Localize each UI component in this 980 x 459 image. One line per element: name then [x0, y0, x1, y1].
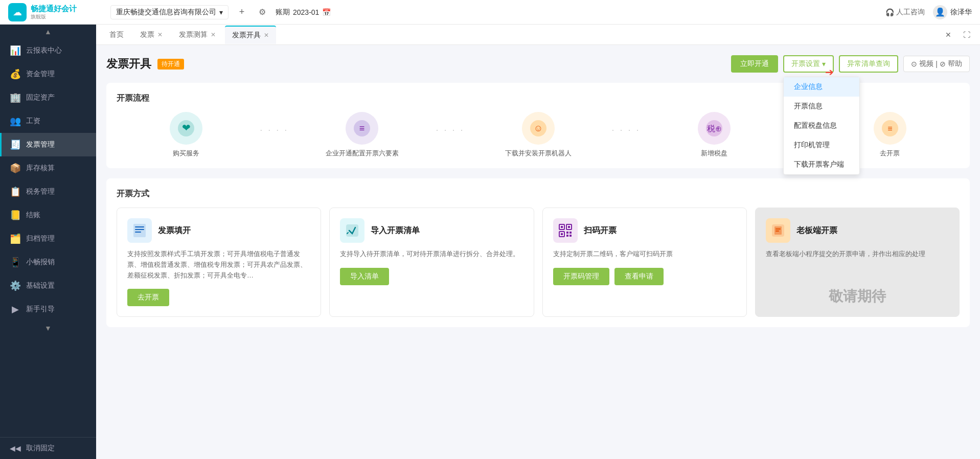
- headphone-icon: 🎧: [885, 8, 894, 16]
- sidebar-item-xinshou[interactable]: ▶ 新手引导: [0, 297, 96, 321]
- tab-fapiao[interactable]: 发票 ✕: [133, 26, 170, 43]
- dropdown-item-printer[interactable]: 打印机管理: [784, 135, 859, 155]
- boss-overlay-text: 敬请期待: [829, 288, 886, 304]
- xiaochang-icon: 📱: [10, 257, 21, 268]
- dropdown-arrow-container: ➔: [825, 66, 834, 78]
- method-scan-icon: [553, 218, 578, 243]
- tab-close-button[interactable]: ✕: [941, 28, 955, 42]
- sidebar-item-gudingzichan[interactable]: 🏢 固定资产: [0, 86, 96, 109]
- sidebar-scroll-up[interactable]: ▲: [0, 25, 96, 39]
- flow-connector-2: · · · ·: [431, 125, 468, 135]
- scan-code-manage-button[interactable]: 开票码管理: [553, 268, 609, 285]
- tab-bar: 首页 发票 ✕ 发票测算 ✕ 发票开具 ✕ ✕ ⛶: [96, 25, 980, 45]
- method-boss-title: 老板端开票: [796, 225, 837, 236]
- sidebar-item-zijin[interactable]: 💰 资金管理: [0, 62, 96, 86]
- flow-step-3: ☺ 下载并安装开票机器人: [468, 112, 607, 158]
- company-dropdown-icon: ▾: [219, 8, 223, 16]
- svg-rect-19: [568, 226, 570, 228]
- gudingzichan-icon: 🏢: [10, 92, 21, 103]
- sidebar: ▲ 📊 云报表中心 💰 资金管理 🏢 固定资产 👥 工资 🧾 发票管理: [0, 25, 96, 459]
- jichushezhi-icon: ⚙️: [10, 280, 21, 291]
- sidebar-item-gongzi[interactable]: 👥 工资: [0, 109, 96, 133]
- sidebar-item-guidang[interactable]: 🗂️ 归档管理: [0, 227, 96, 250]
- flow-step-4: 税⊕ 新增税盘: [645, 112, 784, 158]
- pipe-separator: |: [936, 60, 938, 68]
- dropdown-item-tax-disk[interactable]: 配置税盘信息: [784, 116, 859, 135]
- method-import-desc: 支持导入待开票清单，可对待开票清单进行拆分、合并处理。: [340, 249, 523, 260]
- help-label: 帮助: [948, 59, 962, 68]
- dropdown-arrow-icon: ➔: [825, 66, 834, 78]
- svg-rect-18: [561, 226, 563, 228]
- abnormal-button[interactable]: 异常清单查询: [839, 55, 898, 73]
- sidebar-item-yunbao[interactable]: 📊 云报表中心: [0, 39, 96, 62]
- tab-fapiaokaju-close[interactable]: ✕: [264, 32, 269, 39]
- step-3-label: 下载并安装开票机器人: [505, 149, 572, 158]
- period-info: 账期 2023-01 📅: [276, 8, 331, 17]
- tab-restore-button[interactable]: ⛶: [960, 28, 974, 42]
- logo-text-area: 畅捷通好会计 旗舰版: [31, 4, 77, 20]
- method-fill-header: 发票填开: [127, 218, 310, 243]
- logo-badge: 旗舰版: [31, 13, 77, 20]
- logo-area: ☁ 畅捷通好会计 旗舰版: [8, 3, 104, 21]
- svg-rect-28: [776, 231, 779, 232]
- zijin-icon: 💰: [10, 68, 21, 80]
- user-info[interactable]: 👤 徐泽华: [933, 5, 972, 19]
- fill-invoice-button[interactable]: 去开票: [127, 289, 169, 306]
- sidebar-item-fapiao[interactable]: 🧾 发票管理: [0, 133, 96, 156]
- svg-rect-12: [135, 229, 144, 230]
- page-header: 发票开具 待开通 立即开通 开票设置 ▾ ➔: [106, 55, 970, 73]
- svg-rect-14: [346, 224, 358, 237]
- step-4-label: 新增税盘: [701, 149, 727, 158]
- method-scan-title: 扫码开票: [584, 225, 617, 236]
- flow-step-1: ❤ 购买服务: [117, 112, 256, 158]
- flow-connector-3: · · · ·: [608, 125, 645, 135]
- svg-rect-21: [566, 232, 568, 234]
- svg-rect-13: [135, 232, 141, 233]
- tab-home[interactable]: 首页: [102, 26, 131, 43]
- tab-fapiaokaju[interactable]: 发票开具 ✕: [225, 26, 276, 44]
- method-fill-desc: 支持按照发票样式手工填开发票；可开具增值税电子普通发票、增值税普通发票、增值税专…: [127, 249, 310, 281]
- settings-button[interactable]: ⚙: [255, 5, 269, 19]
- svg-text:❤: ❤: [182, 122, 191, 133]
- support-button[interactable]: 🎧 人工咨询: [885, 8, 925, 17]
- sidebar-item-xiaochang[interactable]: 📱 小畅报销: [0, 250, 96, 274]
- import-list-button[interactable]: 导入清单: [340, 268, 389, 285]
- question-icon: ⊘: [940, 60, 946, 68]
- sidebar-item-quxiao[interactable]: ◀◀ 取消固定: [0, 438, 96, 459]
- yunbao-icon: 📊: [10, 45, 21, 56]
- dropdown-item-enterprise[interactable]: 企业信息: [784, 77, 859, 97]
- video-help-button[interactable]: ⊙ 视频 | ⊘ 帮助: [903, 56, 970, 72]
- tab-fapiao-label: 发票: [140, 30, 154, 39]
- fapiao-icon: 🧾: [10, 139, 21, 150]
- dots-1: · · · ·: [260, 125, 288, 135]
- method-card-scan: 扫码开票 支持定制开票二维码，客户端可扫码开票 开票码管理 查看申请: [542, 208, 747, 317]
- shuiwu-icon: 📋: [10, 186, 21, 197]
- sidebar-item-jichushezhi[interactable]: ⚙️ 基础设置: [0, 274, 96, 297]
- dots-2: · · · ·: [436, 125, 464, 135]
- activate-button[interactable]: 立即开通: [731, 55, 778, 73]
- company-selector[interactable]: 重庆畅捷交通信息咨询有限公司 ▾: [110, 5, 229, 19]
- tab-fapiao-close[interactable]: ✕: [157, 31, 163, 38]
- step-2-icon: ≡: [346, 112, 378, 145]
- method-card-fill: 发票填开 支持按照发票样式手工填开发票；可开具增值税电子普通发票、增值税普通发票…: [117, 208, 321, 317]
- dropdown-item-download[interactable]: 下载开票客户端: [784, 155, 859, 174]
- tab-fapiaocesuan-close[interactable]: ✕: [211, 31, 216, 38]
- sidebar-scroll-down[interactable]: ▼: [0, 321, 96, 335]
- svg-rect-22: [569, 232, 572, 234]
- status-badge: 待开通: [157, 59, 184, 70]
- method-card-boss: 老板端开票 查看老板端小程序提交的开票申请，并作出相应的处理 敬请期待: [755, 208, 960, 317]
- settings-dropdown-container: 开票设置 ▾ ➔ 企业信息 开票信息 配置税盘信息: [783, 55, 834, 73]
- sidebar-item-shuiwu[interactable]: 📋 税务管理: [0, 180, 96, 203]
- add-company-button[interactable]: +: [235, 5, 249, 19]
- sidebar-item-jiezhang[interactable]: 📒 结账: [0, 203, 96, 227]
- method-boss-icon: [766, 218, 790, 243]
- tab-fapiaocesuan-label: 发票测算: [179, 30, 208, 39]
- method-import-title: 导入开票清单: [371, 225, 420, 236]
- dropdown-item-invoice-info[interactable]: 开票信息: [784, 97, 859, 116]
- sidebar-item-kucun[interactable]: 📦 库存核算: [0, 156, 96, 180]
- scan-view-apply-button[interactable]: 查看申请: [614, 268, 664, 285]
- svg-rect-23: [566, 235, 568, 237]
- tab-fapiaocesuan[interactable]: 发票测算 ✕: [172, 26, 223, 43]
- sidebar-label-quxiao: 取消固定: [26, 444, 55, 453]
- video-label: 视频: [919, 59, 933, 68]
